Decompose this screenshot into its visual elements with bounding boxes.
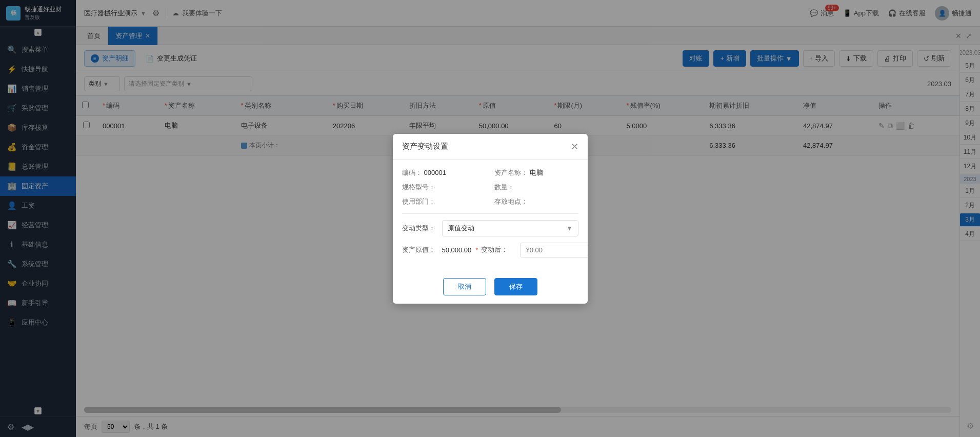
modal-dept-item: 使用部门： xyxy=(402,197,486,206)
asset-change-modal: 资产变动设置 ✕ 编码： 000001 资产名称： 电脑 规格型号： 数量： xyxy=(393,134,588,304)
modal-divider xyxy=(402,213,578,214)
modal-footer: 取消 保存 xyxy=(393,272,588,304)
modal-asset-name-label: 资产名称： xyxy=(494,168,528,177)
modal-change-type-select[interactable]: 原值变动 ▼ xyxy=(442,220,578,236)
modal-change-type-value: 原值变动 xyxy=(448,224,474,233)
modal-original-value-row: 资产原值： 50,000.00 * 变动后： xyxy=(402,243,578,257)
modal-original-value-value: 50,000.00 xyxy=(442,246,472,254)
modal-header: 资产变动设置 ✕ xyxy=(393,134,588,160)
modal-dept-label: 使用部门： xyxy=(402,197,435,206)
after-change-group: * 变动后： xyxy=(475,243,587,257)
modal-body: 编码： 000001 资产名称： 电脑 规格型号： 数量： 使用部门： xyxy=(393,160,588,272)
modal-close-btn[interactable]: ✕ xyxy=(571,141,578,152)
cancel-btn[interactable]: 取消 xyxy=(443,278,486,295)
after-change-input[interactable] xyxy=(520,243,587,257)
modal-asset-name-value: 电脑 xyxy=(530,168,543,177)
modal-info-grid: 编码： 000001 资产名称： 电脑 规格型号： 数量： 使用部门： xyxy=(402,168,578,206)
modal-code-value: 000001 xyxy=(424,169,446,176)
modal-spec-label: 规格型号： xyxy=(402,183,435,192)
modal-code-item: 编码： 000001 xyxy=(402,168,486,177)
modal-spec-item: 规格型号： xyxy=(402,183,486,192)
modal-location-label: 存放地点： xyxy=(494,197,528,206)
modal-asset-name-item: 资产名称： 电脑 xyxy=(494,168,578,177)
modal-original-value-label: 资产原值： xyxy=(402,245,438,254)
required-mark: * xyxy=(475,246,478,254)
modal-quantity-item: 数量： xyxy=(494,183,578,192)
modal-change-type-row: 变动类型： 原值变动 ▼ xyxy=(402,220,578,236)
modal-overlay: 资产变动设置 ✕ 编码： 000001 资产名称： 电脑 规格型号： 数量： xyxy=(0,0,980,437)
modal-location-item: 存放地点： xyxy=(494,197,578,206)
after-change-label: 变动后： xyxy=(481,245,517,254)
save-btn[interactable]: 保存 xyxy=(494,278,537,295)
modal-change-type-label: 变动类型： xyxy=(402,224,438,233)
change-type-arrow: ▼ xyxy=(567,225,573,232)
modal-title: 资产变动设置 xyxy=(402,142,448,151)
modal-code-label: 编码： xyxy=(402,168,422,177)
modal-quantity-label: 数量： xyxy=(494,183,514,192)
